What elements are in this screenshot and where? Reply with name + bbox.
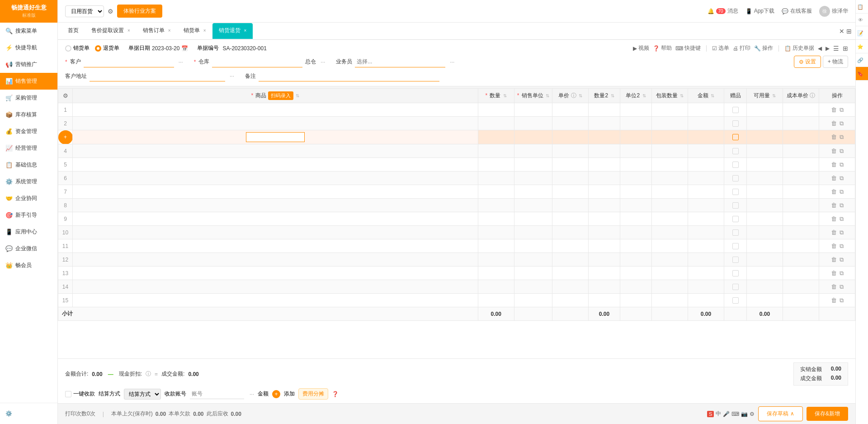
address-input[interactable] xyxy=(90,71,225,81)
delete-icon[interactable]: 🗑 xyxy=(831,256,837,263)
add-payment-btn[interactable]: + xyxy=(272,390,280,398)
qty-sort-icon[interactable]: ⇅ xyxy=(503,93,507,98)
sidebar-item-operations[interactable]: 📈 经营管理 xyxy=(0,140,57,157)
copy-icon[interactable]: ⧉ xyxy=(840,161,844,168)
tab-sale-order[interactable]: 销售订单 × xyxy=(137,23,177,39)
warehouse-more-icon[interactable]: ··· xyxy=(321,59,325,65)
copy-row-2-icon[interactable]: ⧉ xyxy=(840,120,844,127)
unit2-cell-3[interactable] xyxy=(620,130,652,144)
fee-split-btn[interactable]: 费用分摊 xyxy=(298,388,328,400)
select-btn[interactable]: ☑ 选单 xyxy=(712,44,729,52)
delete-icon[interactable]: 🗑 xyxy=(831,148,837,155)
delete-icon[interactable]: 🗑 xyxy=(831,175,837,182)
tab-sale-return[interactable]: 销货退货 × xyxy=(212,23,253,39)
next-btn[interactable]: ▶ xyxy=(826,45,830,52)
address-more-icon[interactable]: ··· xyxy=(230,73,234,79)
pkg-qty-cell-3[interactable] xyxy=(652,130,688,144)
copy-icon[interactable]: ⧉ xyxy=(840,202,844,209)
qty2-cell-1[interactable] xyxy=(589,103,620,117)
gift-cb[interactable] xyxy=(732,216,739,222)
gift-cb[interactable] xyxy=(732,148,739,154)
gift-cb[interactable] xyxy=(732,189,739,195)
qty-cell-3[interactable] xyxy=(478,130,514,144)
prev-btn[interactable]: ◀ xyxy=(818,45,822,52)
qty-cell-2[interactable] xyxy=(478,117,514,130)
rp-btn-2[interactable]: 👁 xyxy=(856,14,868,26)
delete-row-3-icon[interactable]: 🗑 xyxy=(831,133,837,141)
qty2-cell-3[interactable] xyxy=(589,130,620,144)
delete-icon[interactable]: 🗑 xyxy=(831,202,837,209)
delete-icon[interactable]: 🗑 xyxy=(831,215,837,223)
history-btn[interactable]: 📋 历史单据 xyxy=(784,44,814,52)
sale-unit-sort-icon[interactable]: ⇅ xyxy=(546,93,549,98)
sale-unit-cell-1[interactable] xyxy=(514,103,552,117)
gift-cb[interactable] xyxy=(732,162,739,168)
gift-cb[interactable] xyxy=(732,297,739,304)
experience-btn[interactable]: 体验行业方案 xyxy=(117,5,162,18)
copy-icon[interactable]: ⧉ xyxy=(840,188,844,195)
unit2-cell-2[interactable] xyxy=(620,117,652,130)
available-cell-3[interactable] xyxy=(747,130,783,144)
pkg-qty-cell-2[interactable] xyxy=(652,117,688,130)
delete-icon[interactable]: 🗑 xyxy=(831,243,837,250)
sidebar-item-apps[interactable]: 📱 应用中心 xyxy=(0,224,57,240)
tab-sale-delivery-close[interactable]: × xyxy=(203,28,206,33)
cash-discount-info-icon[interactable]: ⓘ xyxy=(146,370,151,378)
add-row-icon[interactable]: + xyxy=(64,134,67,140)
tab-sale-price-close[interactable]: × xyxy=(127,28,130,33)
scan-btn[interactable]: 扫码录入 xyxy=(268,91,293,100)
radio-sale[interactable]: 销货单 xyxy=(65,44,90,52)
product-sort-icon[interactable]: ⇅ xyxy=(296,93,299,98)
delete-icon[interactable]: 🗑 xyxy=(831,161,837,168)
gift-checkbox-3[interactable] xyxy=(732,134,739,140)
tab-home[interactable]: 首页 xyxy=(61,23,85,39)
copy-icon[interactable]: ⧉ xyxy=(840,283,844,291)
unit-price-info-icon[interactable]: ⓘ xyxy=(571,92,576,99)
rp-btn-4[interactable]: ⭐ xyxy=(856,40,868,53)
notification-btn[interactable]: 🔔 70 消息 xyxy=(708,7,738,15)
sidebar-item-purchase[interactable]: 🛒 采购管理 xyxy=(0,90,57,106)
grid-view-icon[interactable]: ⊞ xyxy=(843,45,848,52)
gift-checkbox-1[interactable] xyxy=(732,107,739,113)
customer-input[interactable] xyxy=(84,57,174,67)
sale-unit-cell-2[interactable] xyxy=(514,117,552,130)
copy-icon[interactable]: ⧉ xyxy=(840,297,844,304)
gift-cell-3[interactable] xyxy=(724,130,747,144)
unit2-cell-1[interactable] xyxy=(620,103,652,117)
operate-btn[interactable]: 🔧 操作 xyxy=(754,44,773,52)
online-service-btn[interactable]: 💬 在线客服 xyxy=(782,7,812,15)
sidebar-item-finance[interactable]: 💰 资金管理 xyxy=(0,123,57,140)
pkg-qty-sort-icon[interactable]: ⇅ xyxy=(680,93,684,98)
app-download-btn[interactable]: 📱 App下载 xyxy=(745,7,774,15)
sidebar-item-guide[interactable]: 🎯 新手引导 xyxy=(0,207,57,224)
help-btn[interactable]: ❓ 帮助 xyxy=(653,44,672,52)
product-cell-1[interactable] xyxy=(73,103,478,117)
delete-icon[interactable]: 🗑 xyxy=(831,283,837,291)
calc-method-select[interactable]: 结算方式 xyxy=(124,389,161,400)
rp-btn-5[interactable]: 🔗 xyxy=(856,53,868,67)
note-input[interactable] xyxy=(259,71,439,81)
amount-cell-1[interactable] xyxy=(688,103,724,117)
copy-icon[interactable]: ⧉ xyxy=(840,148,844,155)
tab-grid-view-btn[interactable]: ⊞ xyxy=(846,28,852,35)
amount-cell-2[interactable] xyxy=(688,117,724,130)
gift-cb[interactable] xyxy=(732,270,739,276)
copy-icon[interactable]: ⧉ xyxy=(840,215,844,223)
delete-icon[interactable]: 🗑 xyxy=(831,270,837,277)
category-select[interactable]: 日用百货 xyxy=(65,5,104,17)
user-info[interactable]: 徐 徐泽华 xyxy=(819,6,848,17)
sidebar-item-wechat[interactable]: 💬 企业微信 xyxy=(0,240,57,257)
date-value[interactable]: 2023-03-20 xyxy=(152,45,179,52)
settings-side-btn[interactable]: ⚙ 设置 xyxy=(794,56,821,68)
radio-return[interactable]: 退货单 xyxy=(95,44,119,52)
topbar-gear-icon[interactable]: ⚙ xyxy=(108,8,113,15)
copy-icon[interactable]: ⧉ xyxy=(840,270,844,277)
rp-btn-6[interactable]: 🔖 xyxy=(856,67,868,81)
customer-more-icon[interactable]: ··· xyxy=(179,59,183,65)
available-cell-1[interactable] xyxy=(747,103,783,117)
shortcut-btn[interactable]: ⌨ 快捷键 xyxy=(675,44,701,52)
gift-cell-2[interactable] xyxy=(724,117,747,130)
gift-cb[interactable] xyxy=(732,175,739,181)
copy-icon[interactable]: ⧉ xyxy=(840,256,844,263)
delete-icon[interactable]: 🗑 xyxy=(831,297,837,304)
